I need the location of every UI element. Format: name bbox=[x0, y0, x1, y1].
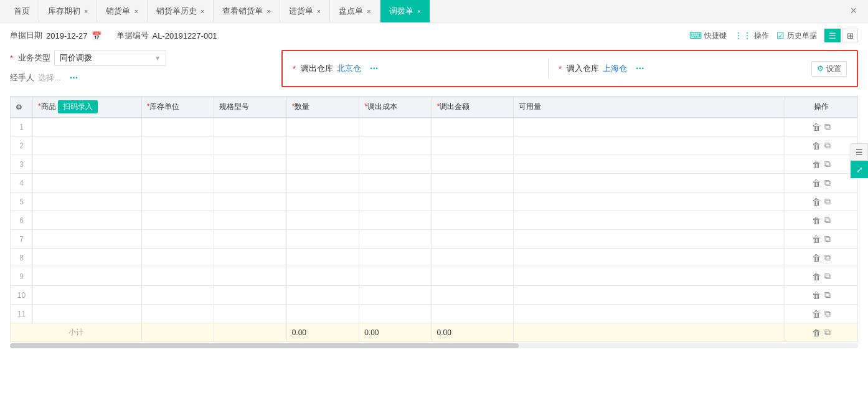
cell-amount[interactable] bbox=[432, 136, 513, 155]
cell-spec[interactable] bbox=[214, 136, 286, 155]
cell-cost[interactable] bbox=[359, 193, 432, 211]
cell-amount[interactable] bbox=[432, 193, 513, 211]
float-list-icon[interactable]: ☰ bbox=[851, 143, 868, 161]
cell-qty[interactable] bbox=[286, 174, 359, 193]
cell-amount[interactable] bbox=[432, 211, 513, 230]
cell-amount[interactable] bbox=[432, 118, 513, 136]
cell-available[interactable] bbox=[513, 267, 785, 286]
cell-spec[interactable] bbox=[214, 155, 286, 174]
tab-close-inventory-init[interactable]: × bbox=[84, 7, 88, 15]
cell-available[interactable] bbox=[513, 136, 785, 155]
cell-unit[interactable] bbox=[141, 230, 214, 249]
cell-cost[interactable] bbox=[359, 267, 432, 286]
cell-cost[interactable] bbox=[359, 230, 432, 249]
cell-cost[interactable] bbox=[359, 155, 432, 174]
cell-unit[interactable] bbox=[141, 174, 214, 193]
tab-inventory-init[interactable]: 库存期初 × bbox=[39, 0, 97, 22]
row-copy-icon[interactable]: ⧉ bbox=[824, 290, 831, 300]
cell-product[interactable] bbox=[33, 286, 142, 305]
cell-unit[interactable] bbox=[141, 249, 214, 267]
cell-spec[interactable] bbox=[214, 267, 286, 286]
cell-product[interactable] bbox=[33, 211, 142, 230]
cell-unit[interactable] bbox=[141, 136, 214, 155]
cell-spec[interactable] bbox=[214, 118, 286, 136]
calendar-icon[interactable]: 📅 bbox=[92, 31, 101, 40]
row-delete-icon[interactable]: 🗑 bbox=[812, 272, 821, 282]
tab-purchase-order[interactable]: 进货单 × bbox=[280, 0, 330, 22]
cell-unit[interactable] bbox=[141, 211, 214, 230]
row-copy-icon[interactable]: ⧉ bbox=[824, 234, 831, 244]
row-copy-icon[interactable]: ⧉ bbox=[824, 271, 831, 282]
cell-available[interactable] bbox=[513, 193, 785, 211]
row-copy-icon[interactable]: ⧉ bbox=[824, 215, 831, 226]
cell-cost[interactable] bbox=[359, 286, 432, 305]
layout-grid-button[interactable]: ⊞ bbox=[842, 29, 858, 42]
cell-cost[interactable] bbox=[359, 174, 432, 193]
row-delete-icon[interactable]: 🗑 bbox=[812, 122, 821, 132]
cell-amount[interactable] bbox=[432, 249, 513, 267]
cell-product[interactable] bbox=[33, 118, 142, 136]
business-type-select[interactable]: 同价调拨 ▼ bbox=[54, 50, 166, 66]
subtotal-delete-icon[interactable]: 🗑 bbox=[812, 328, 821, 338]
cell-spec[interactable] bbox=[214, 193, 286, 211]
history-button[interactable]: ☑ 历史单据 bbox=[776, 31, 817, 41]
cell-amount[interactable] bbox=[432, 286, 513, 305]
horizontal-scrollbar[interactable] bbox=[10, 343, 858, 348]
person-more-button[interactable]: ··· bbox=[70, 72, 78, 83]
cell-amount[interactable] bbox=[432, 230, 513, 249]
cell-cost[interactable] bbox=[359, 118, 432, 136]
row-delete-icon[interactable]: 🗑 bbox=[812, 141, 821, 151]
cell-available[interactable] bbox=[513, 211, 785, 230]
cell-product[interactable] bbox=[33, 249, 142, 267]
cell-available[interactable] bbox=[513, 118, 785, 136]
row-copy-icon[interactable]: ⧉ bbox=[824, 159, 831, 169]
cell-unit[interactable] bbox=[141, 193, 214, 211]
cell-unit[interactable] bbox=[141, 267, 214, 286]
row-delete-icon[interactable]: 🗑 bbox=[812, 159, 821, 169]
tab-home[interactable]: 首页 bbox=[5, 0, 39, 22]
cell-spec[interactable] bbox=[214, 286, 286, 305]
row-copy-icon[interactable]: ⧉ bbox=[824, 252, 831, 263]
cell-qty[interactable] bbox=[286, 305, 359, 323]
row-copy-icon[interactable]: ⧉ bbox=[824, 178, 831, 188]
operation-button[interactable]: ⋮⋮ 操作 bbox=[734, 31, 769, 41]
row-delete-icon[interactable]: 🗑 bbox=[812, 309, 821, 319]
row-delete-icon[interactable]: 🗑 bbox=[812, 178, 821, 188]
cell-amount[interactable] bbox=[432, 155, 513, 174]
tab-inventory-check[interactable]: 盘点单 × bbox=[330, 0, 380, 22]
cell-product[interactable] bbox=[33, 136, 142, 155]
tab-close-transfer[interactable]: × bbox=[417, 7, 421, 15]
cell-qty[interactable] bbox=[286, 155, 359, 174]
cell-unit[interactable] bbox=[141, 118, 214, 136]
cell-qty[interactable] bbox=[286, 267, 359, 286]
row-copy-icon[interactable]: ⧉ bbox=[824, 140, 831, 151]
tab-close-inventory-check[interactable]: × bbox=[367, 7, 370, 15]
cell-unit[interactable] bbox=[141, 155, 214, 174]
cell-available[interactable] bbox=[513, 230, 785, 249]
cell-amount[interactable] bbox=[432, 305, 513, 323]
cell-available[interactable] bbox=[513, 286, 785, 305]
tab-close-purchase-order[interactable]: × bbox=[317, 7, 321, 15]
row-delete-icon[interactable]: 🗑 bbox=[812, 234, 821, 244]
cell-product[interactable] bbox=[33, 305, 142, 323]
tab-transfer[interactable]: 调拨单 × bbox=[380, 0, 430, 22]
cell-product[interactable] bbox=[33, 155, 142, 174]
cell-product[interactable] bbox=[33, 267, 142, 286]
row-copy-icon[interactable]: ⧉ bbox=[824, 196, 831, 207]
transfer-in-value[interactable]: 上海仓 bbox=[603, 63, 627, 74]
cell-qty[interactable] bbox=[286, 136, 359, 155]
row-delete-icon[interactable]: 🗑 bbox=[812, 253, 821, 263]
shortcut-button[interactable]: ⌨ 快捷键 bbox=[689, 31, 727, 41]
row-delete-icon[interactable]: 🗑 bbox=[812, 197, 821, 207]
th-settings[interactable]: ⚙ bbox=[11, 97, 33, 118]
cell-qty[interactable] bbox=[286, 230, 359, 249]
cell-spec[interactable] bbox=[214, 174, 286, 193]
cell-cost[interactable] bbox=[359, 211, 432, 230]
transfer-in-more-button[interactable]: ··· bbox=[636, 63, 644, 74]
cell-qty[interactable] bbox=[286, 211, 359, 230]
row-delete-icon[interactable]: 🗑 bbox=[812, 216, 821, 226]
row-copy-icon[interactable]: ⧉ bbox=[824, 121, 831, 132]
row-copy-icon[interactable]: ⧉ bbox=[824, 308, 831, 319]
cell-cost[interactable] bbox=[359, 305, 432, 323]
cell-product[interactable] bbox=[33, 193, 142, 211]
